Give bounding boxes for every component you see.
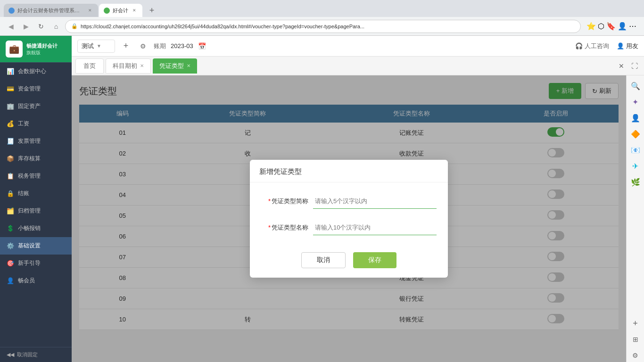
right-outlook-icon[interactable]: 📧 — [629, 143, 642, 156]
abbr-input[interactable] — [313, 194, 437, 209]
panel-minimize-icon[interactable]: ✕ — [616, 60, 627, 72]
assets-icon: 🏢 — [7, 103, 14, 110]
headset-icon: 🎧 — [575, 42, 583, 49]
sidebar-item-member[interactable]: 👤 畅会员 — [0, 272, 72, 289]
sidebar-item-inventory[interactable]: 📦 库存核算 — [0, 150, 72, 167]
name-input[interactable] — [313, 220, 437, 235]
user-avatar-icon: 👤 — [617, 42, 624, 49]
sidebar-item-funds[interactable]: 💳 资金管理 — [0, 80, 72, 98]
address-bar: ◀ ▶ ↻ ⌂ 🔒 https://cloud2.chanjet.com/acc… — [0, 17, 644, 36]
dashboard-icon: 📊 — [7, 68, 14, 75]
abbr-label: *凭证类型简称 — [261, 197, 313, 206]
right-plus-icon[interactable]: + — [629, 317, 642, 330]
form-row-abbr: *凭证类型简称 — [261, 194, 437, 209]
sidebar-item-guide[interactable]: 🎯 新手引导 — [0, 255, 72, 272]
sidebar-item-salary[interactable]: 💰 工资 — [0, 115, 72, 132]
dialog-overlay: 新增凭证类型 *凭证类型简称 — [72, 75, 626, 362]
user-button[interactable]: 👤 用友 — [617, 42, 638, 50]
tab-home[interactable]: 首页 — [75, 58, 104, 74]
tab-inactive[interactable]: 好会计云财务软件管理系统_会计 ✕ — [4, 4, 98, 17]
settings-button[interactable]: ⚙ — [137, 40, 149, 52]
right-user-icon[interactable]: 👤 — [629, 111, 642, 124]
right-gear-icon[interactable]: ⚙ — [629, 349, 642, 362]
tab-subjects[interactable]: 科目期初 ✕ — [106, 58, 151, 74]
app-container: 💼 畅捷通好会计 旗舰版 📊 会数据中心 💳 资金管理 🏢 固定资产 💰 — [0, 36, 644, 362]
logo-icon: 💼 — [6, 41, 23, 58]
ext-icon3[interactable]: 🔖 — [606, 22, 616, 31]
cancel-fixed-btn[interactable]: ◀◀ 取消固定 — [0, 347, 72, 362]
tab-bar: 首页 科目期初 ✕ 凭证类型 ✕ ✕ ⛶ — [72, 57, 644, 75]
tab-close-icon[interactable]: ✕ — [87, 7, 93, 14]
dialog-body: *凭证类型简称 *凭证类型名称 — [250, 182, 448, 247]
logo-line2: 旗舰版 — [26, 49, 58, 56]
right-panel: 🔍 ✦ 👤 🔶 📧 ✈ 🌿 + ⊞ ⚙ — [626, 75, 644, 362]
ext-icon2[interactable]: ⬡ — [598, 22, 604, 31]
sidebar-item-settings[interactable]: ⚙️ 基础设置 — [0, 237, 72, 255]
sidebar-item-assets[interactable]: 🏢 固定资产 — [0, 98, 72, 115]
save-button[interactable]: 保存 — [353, 252, 396, 268]
tab-active[interactable]: 好会计 ✕ — [99, 4, 142, 17]
company-selector[interactable]: 测试 ▼ — [77, 40, 115, 53]
salary-icon: 💰 — [7, 120, 14, 127]
tab-voucher-close-icon[interactable]: ✕ — [187, 63, 190, 68]
sidebar-item-invoice[interactable]: 🧾 发票管理 — [0, 132, 72, 150]
calendar-icon[interactable]: 📅 — [198, 42, 206, 50]
pin-icon: ◀◀ — [7, 352, 14, 358]
sidebar-logo: 💼 畅捷通好会计 旗舰版 — [0, 36, 72, 62]
logo-line1: 畅捷通好会计 — [26, 42, 58, 49]
form-row-name: *凭证类型名称 — [261, 220, 437, 235]
dropdown-arrow-icon: ▼ — [97, 43, 101, 49]
consult-button[interactable]: 🎧 人工咨询 — [575, 42, 609, 50]
sidebar-item-dashboard[interactable]: 📊 会数据中心 — [0, 62, 72, 80]
tab-voucher-type[interactable]: 凭证类型 ✕ — [153, 58, 197, 74]
settings-icon: ⚙️ — [7, 242, 14, 249]
extensions-area: ⭐ ⬡ 🔖 👤 ⋯ — [584, 22, 639, 31]
ext-icon4[interactable]: 👤 — [618, 22, 627, 31]
guide-icon: 🎯 — [7, 260, 14, 267]
dialog-footer: 取消 保存 — [250, 247, 448, 278]
right-grid-icon[interactable]: ⊞ — [629, 333, 642, 346]
period-label: 账期 — [154, 42, 166, 50]
browser-chrome: 好会计云财务软件管理系统_会计 ✕ 好会计 ✕ + — [0, 0, 644, 17]
dialog-header: 新增凭证类型 — [250, 160, 448, 182]
name-label: *凭证类型名称 — [261, 223, 313, 232]
funds-icon: 💳 — [7, 85, 14, 92]
add-company-button[interactable]: + — [120, 40, 132, 52]
ext-icon1[interactable]: ⭐ — [586, 22, 596, 31]
invoice-icon: 🧾 — [7, 138, 14, 145]
archive-icon: 🗂️ — [7, 207, 14, 214]
cancel-button[interactable]: 取消 — [301, 252, 346, 268]
back-button[interactable]: ◀ — [5, 20, 17, 33]
new-tab-button[interactable]: + — [145, 4, 158, 17]
sidebar-item-expense[interactable]: 💲 小畅报销 — [0, 220, 72, 237]
member-icon: 👤 — [7, 277, 14, 284]
menu-icon[interactable]: ⋯ — [629, 22, 636, 31]
sidebar-item-archive[interactable]: 🗂️ 归档管理 — [0, 202, 72, 220]
sidebar-item-tax[interactable]: 📋 税务管理 — [0, 167, 72, 185]
forward-button[interactable]: ▶ — [20, 20, 32, 33]
tab-close-icon2[interactable]: ✕ — [131, 7, 138, 14]
reload-button[interactable]: ↻ — [35, 20, 47, 33]
right-star-icon[interactable]: ✦ — [629, 95, 642, 108]
sidebar-item-closing[interactable]: 🔒 结账 — [0, 185, 72, 202]
tax-icon: 📋 — [7, 173, 14, 180]
right-plane-icon[interactable]: ✈ — [629, 159, 642, 173]
top-right: 🎧 人工咨询 👤 用友 — [575, 42, 638, 50]
right-ext-icon[interactable]: 🔶 — [629, 127, 642, 140]
panel-maximize-icon[interactable]: ⛶ — [629, 60, 640, 72]
inactive-tab-title: 好会计云财务软件管理系统_会计 — [17, 7, 84, 14]
tab-panel-controls: ✕ ⛶ — [616, 60, 640, 72]
content-area: 凭证类型 + 新增 ↻ 刷新 编码 凭证类型简称 — [72, 75, 644, 362]
period-value: 2023-03 — [171, 42, 193, 49]
tab-subjects-close-icon[interactable]: ✕ — [140, 63, 144, 68]
closing-icon: 🔒 — [7, 190, 14, 197]
right-search-icon[interactable]: 🔍 — [629, 79, 642, 92]
top-bar: 测试 ▼ + ⚙ 账期 2023-03 📅 🎧 人工咨询 👤 用友 — [72, 36, 644, 57]
sidebar: 💼 畅捷通好会计 旗舰版 📊 会数据中心 💳 资金管理 🏢 固定资产 💰 — [0, 36, 72, 362]
url-bar[interactable]: 🔒 https://cloud2.chanjet.com/accounting/… — [65, 20, 581, 33]
table-area: 凭证类型 + 新增 ↻ 刷新 编码 凭证类型简称 — [72, 75, 626, 362]
home-button[interactable]: ⌂ — [50, 20, 62, 33]
main-wrapper: 测试 ▼ + ⚙ 账期 2023-03 📅 🎧 人工咨询 👤 用友 — [72, 36, 644, 362]
right-leaf-icon[interactable]: 🌿 — [629, 175, 642, 189]
active-tab-title: 好会计 — [113, 7, 128, 14]
